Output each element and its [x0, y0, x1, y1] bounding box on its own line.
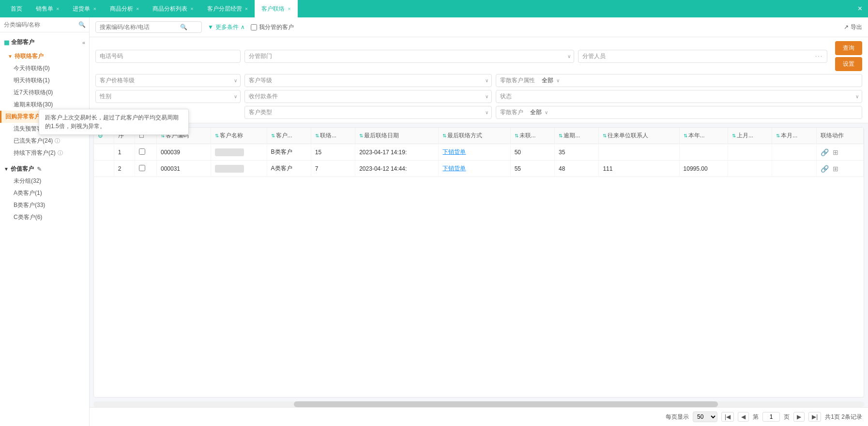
department-field[interactable]: 分管部门 ∨	[244, 50, 574, 63]
last-page-btn[interactable]: ▶|	[808, 412, 821, 422]
payment-terms-field[interactable]: 收付款条件 ∨	[244, 90, 492, 103]
col-contact-person[interactable]: ⇅往来单位联系人	[599, 128, 679, 144]
query-button[interactable]: 查询	[835, 41, 862, 55]
row-checkbox-2[interactable]	[139, 165, 145, 171]
grid-icon: ▦	[4, 39, 9, 46]
main-search-input[interactable]	[100, 24, 177, 30]
already-lost-info-icon[interactable]: ⓘ	[55, 137, 60, 145]
my-customer-checkbox-wrap[interactable]: 我分管的客户	[251, 23, 294, 31]
search-wrap: 🔍	[95, 21, 202, 33]
top-nav: 首页 销售单 × 进货单 × 商品分析 × 商品分析列表 × 客户分层经营 × …	[0, 0, 868, 17]
status-field[interactable]: 状态 ∨	[496, 90, 862, 103]
sidebar-item-ungrouped[interactable]: 未分组(32)	[0, 175, 89, 187]
prev-page-btn[interactable]: ◀	[738, 412, 749, 422]
cell-seq-1: 1	[114, 144, 135, 161]
gender-field[interactable]: 性别 ∨	[95, 90, 241, 103]
sidebar-item-7days-pending[interactable]: 近7天待联络(0)	[0, 87, 89, 99]
nav-item-product-analysis[interactable]: 商品分析 ×	[103, 0, 146, 17]
cell-last-month-2	[728, 161, 772, 177]
close-customer-segment-tab[interactable]: ×	[245, 6, 248, 12]
phone-action-icon-1[interactable]: 🔗	[821, 148, 829, 156]
nav-item-product-analysis-list[interactable]: 商品分析列表 ×	[146, 0, 200, 17]
scrollbar-thumb[interactable]	[294, 401, 718, 407]
sidebar-item-a-class[interactable]: A类客户(1)	[0, 187, 89, 199]
sidebar-item-tomorrow-pending[interactable]: 明天待联络(1)	[0, 74, 89, 87]
page-label: 第	[753, 413, 759, 421]
cell-last-method-1[interactable]: 下销货单	[439, 144, 510, 161]
close-sales-tab[interactable]: ×	[56, 6, 59, 12]
settings-button[interactable]: 设置	[835, 57, 862, 71]
sidebar-item-b-class[interactable]: B类客户(33)	[0, 199, 89, 211]
col-un-contact[interactable]: ⇅未联...	[510, 128, 554, 144]
sidebar-item-declining[interactable]: 持续下滑客户(2) ⓘ	[0, 147, 89, 159]
row-checkbox-1[interactable]	[139, 148, 145, 155]
declining-info-icon[interactable]: ⓘ	[58, 149, 63, 157]
manager-dots[interactable]: ···	[815, 53, 823, 59]
nav-item-home[interactable]: 首页	[4, 0, 29, 17]
sidebar-collapse-btn[interactable]: «	[82, 40, 85, 45]
sidebar-item-today-pending[interactable]: 今天待联络(0)	[0, 62, 89, 74]
sidebar-item-c-class[interactable]: C类客户(6)	[0, 211, 89, 223]
grid-action-icon-1[interactable]: ⊞	[833, 148, 838, 156]
per-page-select[interactable]: 50 100 200	[693, 411, 717, 422]
adv-filter-row-2: 客户价格等级 ∨ 客户等级 ∨ 零散客户属性 全部 ∨	[95, 74, 862, 87]
close-customer-contact-tab[interactable]: ×	[288, 6, 290, 12]
sidebar-search-input[interactable]	[4, 21, 76, 28]
horizontal-scrollbar[interactable]	[93, 401, 864, 407]
cell-check-2[interactable]	[135, 161, 157, 177]
nav-item-customer-contact[interactable]: 客户联络 ×	[255, 0, 297, 17]
first-page-btn[interactable]: |◀	[721, 412, 734, 422]
my-customer-checkbox[interactable]	[251, 24, 257, 30]
sidebar: 🔍 ▦ 全部客户 « ▼ 待联络客户 今天待联络(0) 明天待联络(1) 近7天…	[0, 17, 90, 426]
table-row: 2 000031 A类客户 7 2023-04-12 14:44: 下销货单 5…	[94, 161, 864, 177]
col-this-year[interactable]: ⇅本年...	[679, 128, 728, 144]
cell-code-1: 000039	[156, 144, 211, 161]
col-contact-count[interactable]: ⇅联络...	[311, 128, 355, 144]
value-customer-section[interactable]: ▼ 价值客户 ✎	[0, 163, 89, 175]
method-link-2[interactable]: 下销货单	[442, 165, 466, 172]
nav-item-purchase[interactable]: 进货单 ×	[66, 0, 103, 17]
close-product-analysis-tab[interactable]: ×	[136, 6, 139, 12]
cell-check-1[interactable]	[135, 144, 157, 161]
customer-type-field[interactable]: 客户类型 ∨	[244, 106, 492, 119]
col-this-month[interactable]: ⇅本月...	[772, 128, 816, 144]
value-edit-icon[interactable]: ✎	[37, 166, 42, 173]
retail-attr-field[interactable]: 零散客户属性 全部 ∨	[496, 74, 862, 87]
col-last-contact-date[interactable]: ⇅最后联络日期	[355, 128, 439, 144]
col-customer-type[interactable]: ⇅客户...	[267, 128, 311, 144]
retail-customer-field[interactable]: 零散客户 全部 ∨	[496, 106, 862, 119]
grid-action-icon-2[interactable]: ⊞	[833, 165, 838, 173]
next-page-btn[interactable]: ▶	[793, 412, 805, 422]
phone-action-icon-2[interactable]: 🔗	[821, 165, 829, 173]
cell-type-2: A类客户	[267, 161, 311, 177]
phone-field[interactable]: 电话号码	[95, 50, 241, 63]
col-name[interactable]: ⇅客户名称	[211, 128, 267, 144]
method-link-1[interactable]: 下销货单	[442, 148, 466, 155]
close-product-analysis-list-tab[interactable]: ×	[190, 6, 193, 12]
customer-level-field[interactable]: 客户等级 ∨	[244, 74, 492, 87]
tooltip-box: 距客户上次交易时长，超过了此客户的平均交易周期的1.5倍，则视为异常。	[39, 109, 189, 135]
sidebar-search-icon[interactable]: 🔍	[78, 21, 86, 28]
close-purchase-tab[interactable]: ×	[93, 6, 96, 12]
col-overdue[interactable]: ⇅逾期...	[555, 128, 599, 144]
main-search-icon[interactable]: 🔍	[180, 24, 187, 30]
more-conditions-btn[interactable]: ▼ 更多条件 ∧	[208, 23, 245, 31]
window-close-button[interactable]: ×	[858, 4, 862, 13]
nav-item-customer-segment[interactable]: 客户分层经营 ×	[200, 0, 255, 17]
page-number-input[interactable]	[762, 412, 780, 422]
cell-last-method-2[interactable]: 下销货单	[439, 161, 510, 177]
sidebar-item-already-lost[interactable]: 已流失客户(24) ⓘ	[0, 135, 89, 147]
export-btn[interactable]: ↗ 导出	[844, 23, 862, 31]
col-last-month[interactable]: ⇅上月...	[728, 128, 772, 144]
retail-attr-chevron: ∨	[556, 78, 560, 83]
pending-section-header[interactable]: ▼ 待联络客户	[0, 50, 89, 62]
cell-contact-person-2: 111	[599, 161, 679, 177]
col-last-contact-method[interactable]: ⇅最后联络方式	[439, 128, 510, 144]
adv-filter-row-1: 电话号码 分管部门 ∨ 分管人员 ··· 查询 设置	[95, 41, 862, 71]
customer-price-level-field[interactable]: 客户价格等级 ∨	[95, 74, 241, 87]
sidebar-tree: ▦ 全部客户 « ▼ 待联络客户 今天待联络(0) 明天待联络(1) 近7天待联…	[0, 32, 89, 426]
nav-item-sales[interactable]: 销售单 ×	[29, 0, 66, 17]
table-header-row: ⚙ 序 ☐ ⇅客户编码 ⇅客户名称 ⇅客户... ⇅联络... ⇅最后联络日期 …	[94, 128, 864, 144]
payment-chevron: ∨	[485, 94, 488, 99]
data-table-container: ⚙ 序 ☐ ⇅客户编码 ⇅客户名称 ⇅客户... ⇅联络... ⇅最后联络日期 …	[93, 127, 864, 397]
